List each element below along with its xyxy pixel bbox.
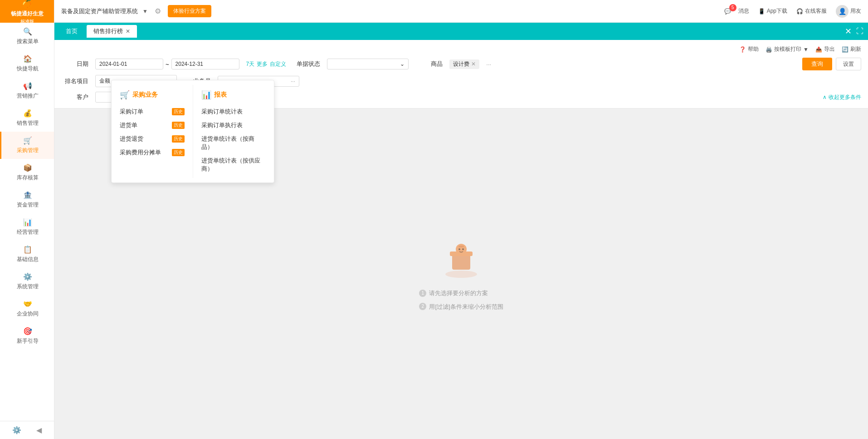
tab-sales-rank[interactable]: 销售排行榜 ✕ bbox=[87, 25, 137, 38]
online-service-item[interactable]: 🎧 在线客服 bbox=[796, 7, 827, 15]
dropdown-item-return[interactable]: 进货退货 历史 bbox=[116, 132, 188, 146]
app-download-label: App下载 bbox=[767, 7, 787, 15]
print-item[interactable]: 🖨️ 按模板打印 ▼ bbox=[766, 45, 809, 53]
date-shortcuts: 7天 更多 自定义 bbox=[246, 60, 287, 68]
message-item[interactable]: 💬 5 消息 bbox=[724, 7, 749, 15]
query-button[interactable]: 查询 bbox=[802, 58, 832, 70]
date-input-start[interactable]: 2024-01-01 bbox=[95, 59, 163, 69]
dropdown-item-receipt-stat-supplier[interactable]: 进货单统计表（按供应商） bbox=[198, 154, 270, 176]
dropdown-item-order-stat[interactable]: 采购订单统计表 bbox=[198, 105, 270, 118]
history-badge-1: 历史 bbox=[172, 122, 185, 129]
content-wrapper: ❓ 帮助 🖨️ 按模板打印 ▼ 📤 导出 🔄 刷新 bbox=[54, 40, 868, 439]
setting-button[interactable]: 设置 bbox=[836, 58, 861, 70]
step-1: 1 bbox=[419, 290, 426, 297]
sidebar-item-finance[interactable]: 🏦 资金管理 bbox=[0, 186, 54, 213]
help-item[interactable]: ❓ 帮助 bbox=[739, 45, 759, 53]
marketing-icon: 📢 bbox=[23, 82, 32, 90]
collapse-btn[interactable]: ∧ 收起更多条件 bbox=[823, 94, 861, 101]
sidebar-item-sales[interactable]: 💰 销售管理 bbox=[0, 104, 54, 132]
sidebar-item-enterprise[interactable]: 🤝 企业协同 bbox=[0, 295, 54, 322]
tabbar-close-btn[interactable]: ✕ bbox=[845, 26, 852, 36]
sales-icon: 💰 bbox=[23, 109, 32, 118]
action-buttons-row1: 查询 设置 bbox=[802, 58, 861, 70]
online-service-label: 在线客服 bbox=[805, 7, 827, 15]
sidebar-item-operation[interactable]: 📊 经营管理 bbox=[0, 213, 54, 241]
system-dropdown[interactable]: ▼ bbox=[142, 8, 148, 15]
message-label: 消息 bbox=[738, 7, 749, 15]
sidebar-item-basic[interactable]: 📋 基础信息 bbox=[0, 241, 54, 268]
refresh-icon: 🔄 bbox=[842, 46, 848, 53]
goods-label: 商品 bbox=[415, 60, 443, 68]
finance-icon: 🏦 bbox=[23, 191, 32, 199]
user-item[interactable]: 👤 用友 bbox=[836, 5, 861, 18]
logo-icon: 🍊 bbox=[21, 0, 33, 9]
print-label: 按模板打印 bbox=[774, 45, 801, 53]
goods-tag-close-icon[interactable]: ✕ bbox=[471, 61, 476, 67]
settings-bottom-icon[interactable]: ⚙️ bbox=[12, 426, 21, 434]
avatar-icon: 👤 bbox=[839, 8, 846, 15]
sidebar-item-marketing[interactable]: 📢 营销推广 bbox=[0, 77, 54, 104]
settings-icon[interactable]: ⚙ bbox=[155, 7, 161, 15]
order-exec-label: 采购订单执行表 bbox=[201, 121, 243, 129]
rank-value: 金额 bbox=[99, 77, 110, 85]
collapse-container: ∧ 收起更多条件 bbox=[823, 94, 861, 101]
svg-point-3 bbox=[456, 244, 467, 255]
sidebar-item-guide[interactable]: 🎯 新手引导 bbox=[0, 322, 54, 350]
industry-btn[interactable]: 体验行业方案 bbox=[168, 5, 211, 17]
dropdown-item-order-exec[interactable]: 采购订单执行表 bbox=[198, 118, 270, 132]
salesperson-more-icon[interactable]: ··· bbox=[291, 78, 295, 84]
tab-close-icon[interactable]: ✕ bbox=[126, 28, 130, 35]
tabbar-expand-icon[interactable]: ⛶ bbox=[856, 27, 863, 35]
filter-toolbar: ❓ 帮助 🖨️ 按模板打印 ▼ 📤 导出 🔄 刷新 bbox=[61, 45, 861, 53]
order-status-select[interactable]: ⌄ bbox=[327, 59, 409, 69]
purchase-dropdown-menu: 🛒 采购业务 采购订单 历史 进货单 历史 进货退货 历史 bbox=[111, 80, 274, 183]
main-area: 装备及固定资产辅助管理系统 ▼ ⚙ 体验行业方案 💬 5 消息 📱 App下载 … bbox=[54, 0, 868, 439]
date-input-end[interactable]: 2024-12-31 bbox=[171, 59, 239, 69]
enterprise-icon: 🤝 bbox=[23, 300, 32, 308]
hint-1-text: 请先选择要分析的方案 bbox=[429, 288, 488, 298]
date-start-value: 2024-01-01 bbox=[99, 61, 127, 67]
dropdown-item-expense[interactable]: 采购费用分摊单 历史 bbox=[116, 146, 188, 159]
shortcut-7days[interactable]: 7天 bbox=[246, 60, 255, 68]
sidebar-item-purchase[interactable]: 🛒 采购管理 bbox=[0, 132, 54, 159]
mobile-icon: 📱 bbox=[758, 8, 765, 15]
app-download-item[interactable]: 📱 App下载 bbox=[758, 7, 787, 15]
avatar: 👤 bbox=[836, 5, 848, 18]
sidebar-item-inventory[interactable]: 📦 库存核算 bbox=[0, 159, 54, 186]
export-label: 导出 bbox=[824, 45, 835, 53]
sidebar: 🍊 畅捷通好生意 标准版 🔍 搜索菜单 🏠 快捷导航 📢 营销推广 💰 销售管理… bbox=[0, 0, 54, 439]
system-title: 装备及固定资产辅助管理系统 bbox=[61, 7, 138, 15]
help-icon: ❓ bbox=[739, 46, 746, 53]
collapse-sidebar-icon[interactable]: ◀ bbox=[36, 426, 42, 434]
sidebar-item-system[interactable]: ⚙️ 系统管理 bbox=[0, 268, 54, 295]
topbar-right: 💬 5 消息 📱 App下载 🎧 在线客服 👤 用友 bbox=[724, 5, 861, 18]
goods-tag: 设计费 ✕ bbox=[449, 59, 479, 69]
tab-sales-rank-label: 销售排行榜 bbox=[93, 27, 123, 35]
export-item[interactable]: 📤 导出 bbox=[815, 45, 835, 53]
return-label: 进货退货 bbox=[120, 135, 143, 143]
goods-more-icon[interactable]: ··· bbox=[486, 61, 491, 68]
headset-icon: 🎧 bbox=[796, 8, 803, 15]
sidebar-item-label: 快捷导航 bbox=[17, 65, 39, 73]
dropdown-item-receipt-stat-goods[interactable]: 进货单统计表（按商品） bbox=[198, 132, 270, 154]
sidebar-item-search[interactable]: 🔍 搜索菜单 bbox=[0, 23, 54, 50]
shortcut-more[interactable]: 更多 bbox=[257, 60, 268, 68]
order-status-dropdown-icon: ⌄ bbox=[400, 61, 405, 67]
receipt-stat-goods-label: 进货单统计表（按商品） bbox=[201, 135, 266, 151]
sidebar-item-label: 库存核算 bbox=[17, 174, 39, 182]
tab-home[interactable]: 首页 bbox=[59, 25, 84, 38]
expense-label: 采购费用分摊单 bbox=[120, 148, 161, 157]
refresh-item[interactable]: 🔄 刷新 bbox=[842, 45, 861, 53]
shortcut-custom[interactable]: 自定义 bbox=[270, 60, 286, 68]
collapse-icon: ∧ bbox=[823, 94, 827, 100]
svg-rect-4 bbox=[458, 246, 464, 247]
print-icon: 🖨️ bbox=[766, 46, 772, 53]
sidebar-item-quick-nav[interactable]: 🏠 快捷导航 bbox=[0, 50, 54, 77]
customer-label: 客户 bbox=[61, 93, 88, 101]
dropdown-item-purchase-order[interactable]: 采购订单 历史 bbox=[116, 105, 188, 118]
purchase-header-title: 采购业务 bbox=[132, 91, 158, 99]
home-icon: 🏠 bbox=[23, 54, 32, 63]
report-header-title: 报表 bbox=[214, 91, 227, 99]
dropdown-item-receipt[interactable]: 进货单 历史 bbox=[116, 118, 188, 132]
basic-icon: 📋 bbox=[23, 245, 32, 254]
